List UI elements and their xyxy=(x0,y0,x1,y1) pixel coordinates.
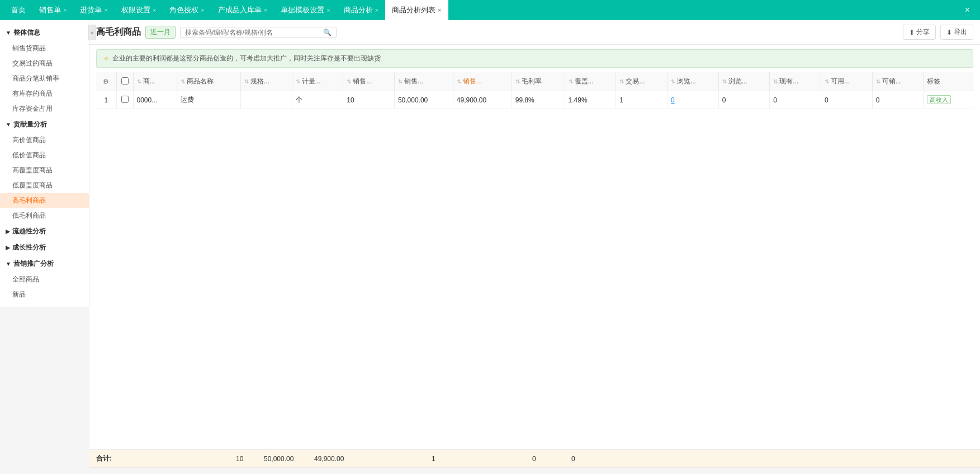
footer-browse-empty xyxy=(462,455,529,463)
row-unit: 个 xyxy=(292,91,343,109)
footer-margin-empty xyxy=(361,455,428,463)
col-sales1[interactable]: ⇅销售... xyxy=(343,72,395,91)
row-browse1[interactable]: 0 xyxy=(667,91,718,109)
sidebar-section-contribution[interactable]: ▼ 贡献量分析 xyxy=(0,116,89,133)
sidebar-section-trend-label: 流趋性分析 xyxy=(12,227,46,236)
nav-product-analysis-list[interactable]: 商品分析列表 × xyxy=(385,0,448,20)
nav-role-close[interactable]: × xyxy=(201,7,204,13)
col-name[interactable]: ⇅商品名称 xyxy=(177,72,241,91)
export-icon: ⬇ xyxy=(946,29,952,36)
sidebar-item-contribution-rate[interactable]: 商品分笔助销率 xyxy=(0,71,89,86)
col-browse1[interactable]: ⇅浏览... xyxy=(667,72,718,91)
col-sales2[interactable]: ⇅销售... xyxy=(394,72,453,91)
nav-product-analysis[interactable]: 商品分析 × xyxy=(337,0,385,20)
nav-purchase-close[interactable]: × xyxy=(104,7,107,13)
col-sellable[interactable]: ⇅可销... xyxy=(872,72,924,91)
row-code: 0000... xyxy=(133,91,177,109)
sidebar-section-growth[interactable]: ▶ 成长性分析 xyxy=(0,240,89,256)
share-label: 分享 xyxy=(916,27,930,37)
footer-total-bar: 合计: 10 50,000.00 49,900.00 1 0 0 xyxy=(89,449,980,467)
row-margin: 99.8% xyxy=(512,91,565,109)
row-checkbox[interactable] xyxy=(116,91,133,109)
col-code[interactable]: ⇅商... xyxy=(133,72,177,91)
footer-sales1 xyxy=(121,455,233,463)
col-checkbox[interactable] xyxy=(116,72,133,91)
row-seq: 1 xyxy=(96,91,116,109)
nav-template-close[interactable]: × xyxy=(326,7,330,13)
info-banner: ✧ 企业的主要的利润都是这部分商品创造的，可考虑加大推广，同时关注库存是不要出现… xyxy=(96,49,973,68)
footer-transactions-val: 1 xyxy=(428,455,462,463)
col-coverage[interactable]: ⇅覆盖... xyxy=(565,72,616,91)
sidebar-section-contribution-label: 贡献量分析 xyxy=(13,120,47,129)
data-table: ⚙ ⇅商... ⇅商品名称 ⇅规格... xyxy=(96,72,973,109)
search-box[interactable]: 🔍 xyxy=(180,27,337,38)
row-coverage: 1.49% xyxy=(565,91,616,109)
sidebar-section-marketing[interactable]: ▼ 营销推广分析 xyxy=(0,256,89,272)
col-settings[interactable]: ⚙ xyxy=(96,72,116,91)
search-input[interactable] xyxy=(185,29,321,36)
footer-sales2-val: 50,000.00 xyxy=(261,455,311,463)
nav-permission[interactable]: 权限设置 × xyxy=(115,0,163,20)
col-tag[interactable]: 标签 xyxy=(924,72,973,91)
page-title: 高毛利商品 xyxy=(96,26,141,38)
sidebar-collapse-button[interactable]: « xyxy=(88,25,96,40)
sidebar-item-high-coverage[interactable]: 高覆盖度商品 xyxy=(0,163,89,178)
filter-recent-month[interactable]: 近一月 xyxy=(145,26,176,39)
table-header-row: ⚙ ⇅商... ⇅商品名称 ⇅规格... xyxy=(96,72,973,91)
sidebar-item-low-value[interactable]: 低价值商品 xyxy=(0,148,89,163)
row-name: 运费 xyxy=(177,91,241,109)
nav-home[interactable]: 首页 xyxy=(4,0,32,20)
row-tag: 高收入 xyxy=(924,91,973,109)
footer-cells: 10 50,000.00 49,900.00 1 0 0 xyxy=(121,455,607,463)
horizontal-scrollbar[interactable] xyxy=(89,467,980,474)
nav-product-analysis-list-close[interactable]: × xyxy=(438,7,441,13)
col-sales3[interactable]: ⇅销售... xyxy=(453,72,512,91)
footer-label: 合计: xyxy=(96,454,112,463)
footer-available-val: 0 xyxy=(568,455,607,463)
sidebar-item-low-coverage[interactable]: 低覆盖度商品 xyxy=(0,178,89,193)
col-available[interactable]: ⇅可用... xyxy=(821,72,873,91)
sidebar-item-low-margin[interactable]: 低毛利商品 xyxy=(0,208,89,223)
sidebar-item-inventory-capital[interactable]: 库存资金占用 xyxy=(0,101,89,116)
nav-sales-close[interactable]: × xyxy=(63,7,67,13)
col-current[interactable]: ⇅现有... xyxy=(770,72,821,91)
sidebar-item-new-goods[interactable]: 新品 xyxy=(0,287,89,302)
sidebar-item-traded-goods[interactable]: 交易过的商品 xyxy=(0,56,89,71)
nav-product-analysis-close[interactable]: × xyxy=(375,7,378,13)
nav-template[interactable]: 单据模板设置 × xyxy=(274,0,337,20)
share-button[interactable]: ⬆ 分享 xyxy=(903,25,936,40)
export-button[interactable]: ⬇ 导出 xyxy=(940,25,973,40)
nav-role[interactable]: 角色授权 × xyxy=(163,0,211,20)
nav-purchase[interactable]: 进货单 × xyxy=(73,0,114,20)
sidebar-item-all-goods[interactable]: 全部商品 xyxy=(0,272,89,287)
row-sellable: 0 xyxy=(872,91,924,109)
row-current: 0 xyxy=(770,91,821,109)
share-icon: ⬆ xyxy=(909,29,915,36)
info-text: 企业的主要的利润都是这部分商品创造的，可考虑加大推广，同时关注库存是不要出现缺货 xyxy=(112,54,381,63)
col-unit[interactable]: ⇅计量... xyxy=(292,72,343,91)
nav-permission-close[interactable]: × xyxy=(153,7,156,13)
window-close-button[interactable]: × xyxy=(959,5,976,15)
nav-product-in-close[interactable]: × xyxy=(264,7,267,13)
search-icon[interactable]: 🔍 xyxy=(323,29,332,36)
sidebar-section-trend[interactable]: ▶ 流趋性分析 xyxy=(0,223,89,240)
col-transactions[interactable]: ⇅交易... xyxy=(616,72,667,91)
sidebar-item-in-stock[interactable]: 有库存的商品 xyxy=(0,86,89,101)
row-transactions: 1 xyxy=(616,91,667,109)
sidebar-section-overall[interactable]: ▼ 整体信息 xyxy=(0,25,89,41)
select-all-checkbox[interactable] xyxy=(121,77,129,85)
col-browse2[interactable]: ⇅浏览... xyxy=(718,72,770,91)
table-body: 1 0000... 运费 个 10 50,000.00 49,900.00 99… xyxy=(96,91,973,109)
sidebar-item-high-value[interactable]: 高价值商品 xyxy=(0,133,89,148)
col-spec[interactable]: ⇅规格... xyxy=(240,72,292,91)
nav-product-in[interactable]: 产成品入库单 × xyxy=(211,0,274,20)
row-sales1: 10 xyxy=(343,91,395,109)
sidebar-item-high-margin[interactable]: 高毛利商品 xyxy=(0,193,89,208)
nav-sales[interactable]: 销售单 × xyxy=(32,0,73,20)
col-margin[interactable]: ⇅毛利率 xyxy=(512,72,565,91)
sidebar-item-sales-goods[interactable]: 销售货商品 xyxy=(0,41,89,56)
settings-icon[interactable]: ⚙ xyxy=(103,78,109,86)
sidebar-section-growth-label: 成长性分析 xyxy=(12,243,46,252)
sidebar-section-overall-label: 整体信息 xyxy=(13,28,40,37)
content-header: 高毛利商品 近一月 🔍 ⬆ 分享 ⬇ 导出 xyxy=(89,20,980,45)
